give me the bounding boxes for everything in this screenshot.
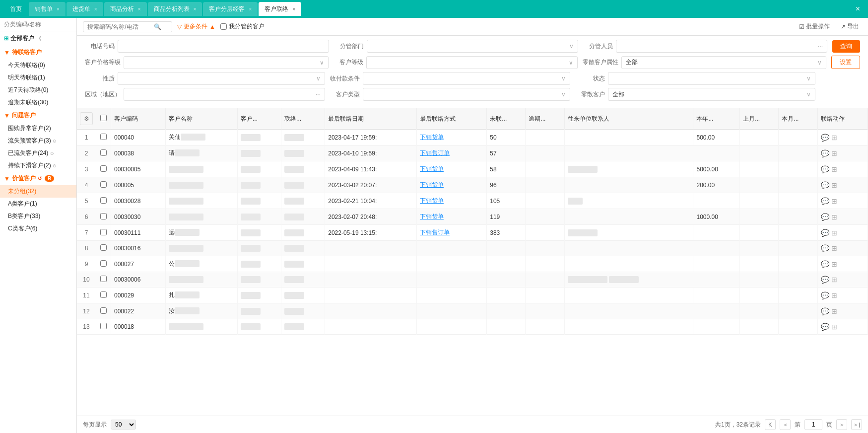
region-select[interactable]: ··· xyxy=(124,88,325,101)
sidebar-all-customers[interactable]: ⊞ 全部客户 《 xyxy=(0,31,76,46)
row-action[interactable]: 💬 ⊞ xyxy=(817,145,868,161)
grid-action-icon[interactable]: ⊞ xyxy=(831,134,837,142)
grid-action-icon[interactable]: ⊞ xyxy=(831,260,837,268)
row-last-method[interactable]: 下销货单 xyxy=(416,209,486,225)
reset-button[interactable]: 设置 xyxy=(831,56,860,69)
close-purchase-icon[interactable]: × xyxy=(94,6,97,12)
page-input[interactable] xyxy=(804,419,822,430)
grid-action-icon[interactable]: ⊞ xyxy=(831,197,837,205)
row-last-method[interactable]: 下销货单 xyxy=(416,193,486,209)
row-checkbox[interactable] xyxy=(100,323,107,329)
grid-action-icon[interactable]: ⊞ xyxy=(831,229,837,237)
last-method-link[interactable]: 下销货单 xyxy=(420,134,444,141)
row-action[interactable]: 💬 ⊞ xyxy=(817,319,868,335)
message-icon[interactable]: 💬 xyxy=(821,291,829,299)
settings-icon[interactable]: ⚙ xyxy=(80,112,93,125)
dept-select[interactable]: ∨ xyxy=(367,40,578,53)
row-last-method[interactable] xyxy=(416,319,486,335)
first-page-btn[interactable]: K xyxy=(765,419,776,430)
row-checkbox-cell[interactable] xyxy=(96,145,111,161)
message-icon[interactable]: 💬 xyxy=(821,213,829,221)
group-problem-customers[interactable]: ▼ 问题客户 xyxy=(0,109,76,122)
sidebar-search-input[interactable] xyxy=(4,21,77,28)
sidebar-item-today-contact[interactable]: 今天待联络(0) xyxy=(0,59,76,72)
tab-product-analysis-list[interactable]: 商品分析列表 × xyxy=(148,2,202,16)
price-level-select[interactable]: ∨ xyxy=(124,56,329,69)
filter-search-input[interactable] xyxy=(87,23,152,30)
row-checkbox[interactable] xyxy=(100,244,107,251)
sidebar-item-class-a[interactable]: A类客户(1) xyxy=(0,198,76,210)
retail-attr-select[interactable]: 全部 ∨ xyxy=(621,56,826,69)
row-checkbox[interactable] xyxy=(100,307,107,314)
sidebar-item-declining[interactable]: 持续下滑客户(2) ⊙ xyxy=(0,159,76,172)
row-checkbox-cell[interactable] xyxy=(96,272,111,288)
row-checkbox[interactable] xyxy=(100,260,107,267)
row-last-method[interactable] xyxy=(416,272,486,288)
last-method-link[interactable]: 下销货单 xyxy=(420,181,444,188)
row-action[interactable]: 💬 ⊞ xyxy=(817,193,868,209)
message-icon[interactable]: 💬 xyxy=(821,229,829,237)
more-conditions-btn[interactable]: ▽ 更多条件 ▲ xyxy=(177,22,215,31)
row-checkbox-cell[interactable] xyxy=(96,177,111,193)
window-close-button[interactable]: × xyxy=(852,4,864,13)
batch-ops-btn[interactable]: ☑ 批量操作 xyxy=(796,21,833,32)
grid-action-icon[interactable]: ⊞ xyxy=(831,165,837,173)
message-icon[interactable]: 💬 xyxy=(821,276,829,284)
row-action[interactable]: 💬 ⊞ xyxy=(817,209,868,225)
row-checkbox[interactable] xyxy=(100,149,107,156)
message-icon[interactable]: 💬 xyxy=(821,134,829,142)
select-all-checkbox[interactable] xyxy=(100,115,107,121)
last-method-link[interactable]: 下销货单 xyxy=(420,197,444,204)
close-product-list-icon[interactable]: × xyxy=(194,6,197,12)
row-action[interactable]: 💬 ⊞ xyxy=(817,272,868,288)
row-checkbox[interactable] xyxy=(100,229,107,235)
row-checkbox-cell[interactable] xyxy=(96,193,111,209)
row-last-method[interactable]: 下销货单 xyxy=(416,130,486,145)
filter-search-box[interactable]: 🔍 xyxy=(83,21,172,32)
tab-customer-segment[interactable]: 客户分层经客 × xyxy=(203,2,258,16)
sidebar-item-tomorrow-contact[interactable]: 明天待联络(1) xyxy=(0,72,76,84)
grid-action-icon[interactable]: ⊞ xyxy=(831,244,837,252)
filter-search-icon[interactable]: 🔍 xyxy=(154,23,161,30)
message-icon[interactable]: 💬 xyxy=(821,149,829,157)
message-icon[interactable]: 💬 xyxy=(821,260,829,268)
row-action[interactable]: 💬 ⊞ xyxy=(817,303,868,319)
close-segment-icon[interactable]: × xyxy=(249,6,252,12)
row-checkbox[interactable] xyxy=(100,291,107,298)
close-sales-icon[interactable]: × xyxy=(57,6,60,12)
row-checkbox-cell[interactable] xyxy=(96,256,111,272)
row-action[interactable]: 💬 ⊞ xyxy=(817,161,868,177)
row-last-method[interactable]: 下销售订单 xyxy=(416,145,486,161)
row-last-method[interactable] xyxy=(416,256,486,272)
sidebar-item-class-b[interactable]: B类客户(33) xyxy=(0,210,76,222)
message-icon[interactable]: 💬 xyxy=(821,197,829,205)
row-last-method[interactable] xyxy=(416,303,486,319)
my-customers-checkbox[interactable]: 我分管的客户 xyxy=(220,22,265,31)
close-contact-icon[interactable]: × xyxy=(292,6,295,12)
tab-sales[interactable]: 销售单 × xyxy=(29,2,66,16)
row-checkbox-cell[interactable] xyxy=(96,319,111,335)
tab-purchase[interactable]: 进货单 × xyxy=(67,2,103,16)
sidebar-item-hoarding-abnormal[interactable]: 囤购异常客户(2) xyxy=(0,122,76,135)
group-value-customers[interactable]: ▼ 价值客户 ↺ R xyxy=(0,172,76,185)
last-page-btn[interactable]: ＞| xyxy=(851,419,862,430)
row-checkbox-cell[interactable] xyxy=(96,225,111,241)
message-icon[interactable]: 💬 xyxy=(821,165,829,173)
grid-action-icon[interactable]: ⊞ xyxy=(831,276,837,284)
row-last-method[interactable]: 下销货单 xyxy=(416,177,486,193)
sidebar-item-loss-warning[interactable]: 流失预警客户(3) ⊙ xyxy=(0,135,76,147)
row-last-method[interactable] xyxy=(416,241,486,256)
grid-action-icon[interactable]: ⊞ xyxy=(831,291,837,299)
last-method-link[interactable]: 下销售订单 xyxy=(420,149,450,156)
status-select[interactable]: ∨ xyxy=(608,72,815,85)
sidebar-item-unclassified[interactable]: 未分组(32) xyxy=(0,185,76,198)
row-last-method[interactable]: 下销售订单 xyxy=(416,225,486,241)
row-checkbox[interactable] xyxy=(100,181,107,188)
my-customers-check[interactable] xyxy=(220,23,227,30)
row-action[interactable]: 💬 ⊞ xyxy=(817,256,868,272)
checkbox-col[interactable] xyxy=(96,108,111,130)
customer-type-select[interactable]: ∨ xyxy=(363,88,570,101)
message-icon[interactable]: 💬 xyxy=(821,323,829,331)
last-method-link[interactable]: 下销售订单 xyxy=(420,229,450,236)
tab-home[interactable]: 首页 xyxy=(4,2,28,16)
